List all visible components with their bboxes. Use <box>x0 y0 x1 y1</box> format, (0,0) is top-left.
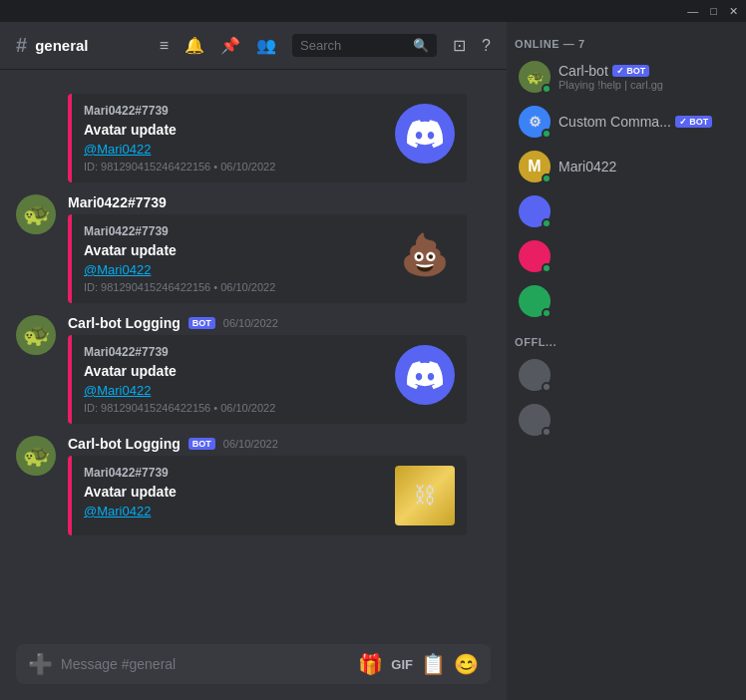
embed-link[interactable]: @Mari0422 <box>84 142 383 157</box>
table-row: Mari0422#7739 Avatar update @Mari0422 ID… <box>0 86 507 186</box>
embed-footer: ID: 981290415246422156 • 06/10/2022 <box>84 281 383 293</box>
close-button[interactable]: ✕ <box>729 5 738 18</box>
status-dot <box>542 308 552 318</box>
message-header: Carl-bot Logging BOT 06/10/2022 <box>68 315 491 331</box>
member-info: Custom Comma... ✓ BOT <box>559 114 712 130</box>
status-dot <box>542 129 552 139</box>
inbox-icon[interactable]: ⊡ <box>453 36 466 55</box>
list-item[interactable]: 🐢 Carl-bot ✓ BOT Playing !help | carl.gg <box>511 55 742 99</box>
list-item[interactable] <box>511 353 742 397</box>
messages-area: Mari0422#7739 Avatar update @Mari0422 ID… <box>0 70 507 636</box>
bot-badge: ✓ BOT <box>612 65 650 77</box>
message-content: Carl-bot Logging BOT 06/10/2022 Mari0422… <box>68 315 491 424</box>
gif-button[interactable]: GIF <box>391 657 413 672</box>
avatar: ⚙ <box>519 106 551 138</box>
bot-badge: ✓ BOT <box>675 116 713 128</box>
embed-title: Avatar update <box>84 122 383 138</box>
message-content: Carl-bot Logging BOT 06/10/2022 Mari0422… <box>68 436 491 535</box>
embed-thumbnail-gold: ⛓ <box>395 466 455 525</box>
embed-link[interactable]: @Mari0422 <box>84 504 383 519</box>
table-row: 🐢 Carl-bot Logging BOT 06/10/2022 Mari04… <box>0 432 507 539</box>
avatar: 🐢 <box>16 436 56 476</box>
list-item[interactable]: ⚙ Custom Comma... ✓ BOT <box>511 100 742 144</box>
embed-author: Mari0422#7739 <box>84 466 383 480</box>
embed-author: Mari0422#7739 <box>84 104 383 118</box>
search-input[interactable] <box>300 38 409 53</box>
status-dot <box>542 427 552 437</box>
embed-link[interactable]: @Mari0422 <box>84 262 383 277</box>
bot-badge: BOT <box>188 317 215 329</box>
notifications-icon[interactable]: 🔔 <box>185 36 204 55</box>
embed-title: Avatar update <box>84 484 383 500</box>
embed-link[interactable]: @Mari0422 <box>84 383 383 398</box>
embed-box: Mari0422#7739 Avatar update @Mari0422 ID… <box>68 94 467 182</box>
search-bar[interactable]: 🔍 <box>292 34 437 57</box>
header-icons: ≡ 🔔 📌 👥 🔍 ⊡ ? <box>160 34 491 57</box>
list-item[interactable] <box>511 189 742 233</box>
channel-area: # general ≡ 🔔 📌 👥 🔍 ⊡ ? <box>0 22 507 700</box>
list-item[interactable]: M Mari0422 <box>511 145 742 188</box>
message-input-box: ➕ 🎁 GIF 📋 😊 <box>16 644 491 684</box>
gift-icon[interactable]: 🎁 <box>358 652 383 676</box>
embed-footer: ID: 981290415246422156 • 06/10/2022 <box>84 402 383 414</box>
emoji-icon[interactable]: 😊 <box>454 652 479 676</box>
member-info: Mari0422 <box>559 159 616 175</box>
maximize-button[interactable]: □ <box>710 5 717 17</box>
avatar: 🐢 <box>16 315 56 355</box>
embed-thumbnail <box>395 104 455 164</box>
avatar <box>519 240 551 272</box>
embed-box: Mari0422#7739 Avatar update @Mari0422 ⛓ <box>68 456 467 535</box>
list-item[interactable] <box>511 234 742 278</box>
table-row: 🐢 Carl-bot Logging BOT 06/10/2022 Mari04… <box>0 311 507 428</box>
embed-content: Mari0422#7739 Avatar update @Mari0422 <box>84 466 383 519</box>
embed-content: Mari0422#7739 Avatar update @Mari0422 ID… <box>84 104 383 173</box>
embed-content: Mari0422#7739 Avatar update @Mari0422 ID… <box>84 224 383 293</box>
app-layout: # general ≡ 🔔 📌 👥 🔍 ⊡ ? <box>0 22 746 700</box>
member-name: Custom Comma... <box>559 114 671 130</box>
help-icon[interactable]: ? <box>482 37 491 55</box>
offline-section-label: OFFL... <box>507 324 746 352</box>
embed-thumbnail-poop: 💩 <box>395 224 455 284</box>
message-timestamp: 06/10/2022 <box>223 317 278 329</box>
channel-header: # general ≡ 🔔 📌 👥 🔍 ⊡ ? <box>0 22 507 70</box>
message-header: Carl-bot Logging BOT 06/10/2022 <box>68 436 491 452</box>
list-item[interactable] <box>511 279 742 323</box>
message-content: Mari0422#7739 Mari0422#7739 Avatar updat… <box>68 194 491 303</box>
embed-thumbnail <box>395 345 455 405</box>
avatar-spacer <box>16 90 56 182</box>
status-dot <box>542 382 552 392</box>
bot-badge: BOT <box>188 438 215 450</box>
embed-footer: ID: 981290415246422156 • 06/10/2022 <box>84 161 383 173</box>
avatar <box>519 404 551 436</box>
threads-icon[interactable]: ≡ <box>160 37 169 55</box>
message-input[interactable] <box>61 656 350 672</box>
embed-title: Avatar update <box>84 242 383 258</box>
status-dot <box>542 218 552 228</box>
minimize-button[interactable]: — <box>687 5 698 17</box>
member-info: Carl-bot ✓ BOT Playing !help | carl.gg <box>559 63 663 91</box>
pinned-icon[interactable]: 📌 <box>220 36 240 55</box>
avatar: M <box>519 151 551 182</box>
avatar <box>519 285 551 317</box>
channel-name: general <box>35 37 88 54</box>
member-name: Mari0422 <box>559 159 616 175</box>
add-attachment-button[interactable]: ➕ <box>28 652 53 676</box>
search-icon: 🔍 <box>413 38 429 53</box>
message-author: Carl-bot Logging <box>68 436 181 452</box>
embed-box: Mari0422#7739 Avatar update @Mari0422 ID… <box>68 335 467 424</box>
list-item[interactable] <box>511 398 742 442</box>
message-timestamp: 06/10/2022 <box>223 438 278 450</box>
message-input-area: ➕ 🎁 GIF 📋 😊 <box>0 636 507 700</box>
hash-icon: # <box>16 34 27 57</box>
member-subtext: Playing !help | carl.gg <box>559 79 663 91</box>
embed-author: Mari0422#7739 <box>84 224 383 238</box>
message-header: Mari0422#7739 <box>68 194 491 210</box>
avatar: 🐢 <box>16 194 56 234</box>
status-dot <box>542 84 552 94</box>
embed-title: Avatar update <box>84 363 383 379</box>
embed-content: Mari0422#7739 Avatar update @Mari0422 ID… <box>84 345 383 414</box>
embed-box: Mari0422#7739 Avatar update @Mari0422 ID… <box>68 214 467 303</box>
status-dot <box>542 263 552 273</box>
members-icon[interactable]: 👥 <box>256 36 276 55</box>
sticker-icon[interactable]: 📋 <box>421 652 446 676</box>
